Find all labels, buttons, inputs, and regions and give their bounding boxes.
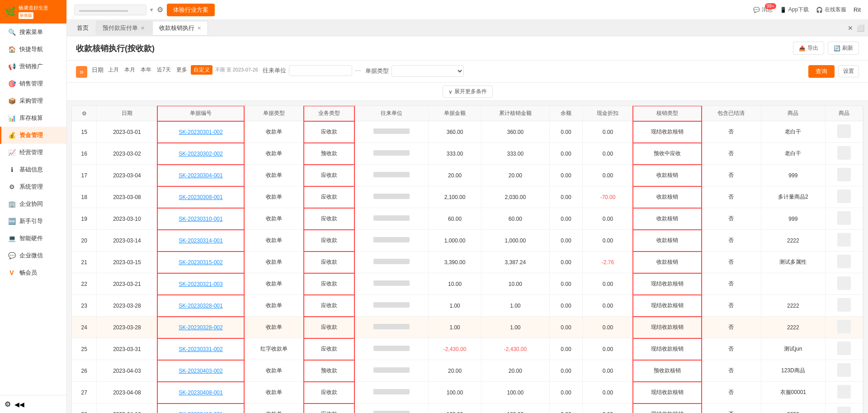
doctype-filter-group: 单据类型 bbox=[365, 65, 464, 77]
headset-icon: 🎧 bbox=[816, 7, 823, 13]
column-settings-icon[interactable]: ⚙ bbox=[82, 110, 87, 117]
topbar-dropdown-icon[interactable]: ▾ bbox=[150, 6, 153, 13]
doc-no-link[interactable]: SK-20230308-001 bbox=[179, 194, 222, 200]
doc-no-link[interactable]: SK-20230314-001 bbox=[179, 237, 222, 244]
th-included[interactable]: 包含已结清 bbox=[702, 106, 761, 121]
cell-goods1: 2222 bbox=[761, 230, 825, 252]
date-filter-group: 日期 上月 本月 本年 近7天 更多 自定义 不限 至 2023-07-26 bbox=[92, 65, 258, 75]
table-row: 17 2023-03-04 SK-20230304-001 收款单 应收款 20… bbox=[72, 165, 863, 186]
cell-doc-type: 收款单 bbox=[244, 252, 304, 273]
table-body: 15 2023-03-01 SK-20230301-002 收款单 应收款 36… bbox=[72, 121, 863, 413]
th-accum[interactable]: 累计核销金额 bbox=[481, 106, 549, 121]
this-month-btn[interactable]: 本月 bbox=[123, 65, 137, 75]
doc-no-link[interactable]: SK-20230403-002 bbox=[179, 368, 222, 374]
message-area[interactable]: 💬 消息 99+ bbox=[753, 6, 773, 14]
home-icon: 🏠 bbox=[8, 46, 16, 53]
doctype-select[interactable] bbox=[392, 65, 464, 77]
cell-partner bbox=[354, 317, 429, 338]
tab-prepay[interactable]: 预付款应付单 ✕ bbox=[96, 21, 151, 35]
th-balance[interactable]: 余额 bbox=[549, 106, 582, 121]
sidebar-item-search[interactable]: 🔍 搜索菜单 bbox=[0, 24, 66, 41]
close-tab-button[interactable]: ✕ bbox=[848, 24, 853, 32]
settings-small-button[interactable]: 设置 bbox=[838, 65, 859, 77]
expand-more-button[interactable]: ∨ 展开更多条件 bbox=[443, 85, 493, 98]
partner-input[interactable] bbox=[289, 65, 352, 76]
doctype-filter-label: 单据类型 bbox=[365, 67, 389, 75]
cell-included: 否 bbox=[702, 317, 761, 338]
sidebar-item-quicknav[interactable]: 🏠 快捷导航 bbox=[0, 41, 66, 58]
th-doc-no[interactable]: 单据编号 bbox=[157, 106, 244, 121]
sidebar-item-operations[interactable]: 📈 经营管理 bbox=[0, 144, 66, 161]
tab-home[interactable]: 首页 bbox=[71, 21, 95, 35]
th-cash-disc[interactable]: 现金折扣 bbox=[582, 106, 633, 121]
custom-date-btn[interactable]: 自定义 bbox=[191, 65, 212, 75]
sidebar-item-sales[interactable]: 🎯 销售管理 bbox=[0, 75, 66, 92]
sidebar-item-guide[interactable]: 🆕 新手引导 bbox=[0, 213, 66, 230]
cell-amount: 360.00 bbox=[429, 121, 481, 143]
th-amount[interactable]: 单据金额 bbox=[429, 106, 481, 121]
cell-partner bbox=[354, 143, 429, 165]
sidebar-item-inventory[interactable]: 📊 库存核算 bbox=[0, 109, 66, 127]
export-button[interactable]: 📤 导出 bbox=[793, 42, 824, 55]
th-partner[interactable]: 往来单位 bbox=[354, 106, 429, 121]
filter-expand-button[interactable]: » bbox=[76, 66, 87, 78]
expand-tab-button[interactable]: ⬜ bbox=[857, 24, 864, 32]
cell-date: 2023-03-14 bbox=[97, 230, 157, 252]
doc-no-link[interactable]: SK-20230331-002 bbox=[179, 346, 222, 352]
doc-no-link[interactable]: SK-20230304-001 bbox=[179, 172, 222, 179]
sidebar-item-marketing[interactable]: 📢 营销推广 bbox=[0, 58, 66, 75]
more-date-btn[interactable]: 更多 bbox=[175, 65, 189, 75]
sidebar-item-purchase[interactable]: 📦 采购管理 bbox=[0, 92, 66, 109]
doc-no-link[interactable]: SK-20230301-002 bbox=[179, 129, 222, 135]
online-service-area[interactable]: 🎧 在线客服 bbox=[816, 6, 846, 14]
doc-no-link[interactable]: SK-20230310-001 bbox=[179, 216, 222, 222]
cell-verify-type: 现结收款核销 bbox=[633, 338, 701, 360]
sidebar-item-wechat[interactable]: 💬 企业微信 bbox=[0, 247, 66, 264]
topbar-settings-icon[interactable]: ⚙ bbox=[157, 5, 163, 14]
doc-no-link[interactable]: SK-20230321-003 bbox=[179, 281, 222, 287]
th-goods1[interactable]: 商品 bbox=[761, 106, 825, 121]
sidebar-item-basic[interactable]: ℹ 基础信息 bbox=[0, 161, 66, 178]
solution-button[interactable]: 体验行业方案 bbox=[167, 4, 215, 16]
doc-no-link[interactable]: SK-20230418-001 bbox=[179, 411, 222, 413]
sidebar-item-label: 经营管理 bbox=[19, 148, 43, 157]
tab-verify-close[interactable]: ✕ bbox=[197, 25, 201, 31]
th-biz-type[interactable]: 业务类型 bbox=[304, 106, 354, 121]
cell-amount: 10.00 bbox=[429, 273, 481, 295]
th-verify-type[interactable]: 核销类型 bbox=[633, 106, 701, 121]
th-settings[interactable]: ⚙ bbox=[72, 106, 97, 121]
sidebar-item-member[interactable]: V 畅会员 bbox=[0, 264, 66, 281]
sidebar-item-finance[interactable]: 💰 资金管理 bbox=[0, 127, 66, 144]
sidebar-item-corp[interactable]: 🏢 企业协同 bbox=[0, 195, 66, 213]
th-doc-type[interactable]: 单据类型 bbox=[244, 106, 304, 121]
cell-date: 2023-04-18 bbox=[97, 404, 157, 413]
cell-cash-disc: 0.00 bbox=[582, 121, 633, 143]
sidebar-item-hardware[interactable]: 💻 智能硬件 bbox=[0, 230, 66, 247]
sidebar-item-label: 营销推广 bbox=[19, 62, 43, 71]
table-scroll[interactable]: ⚙ 日期 单据编号 单据类型 业务类型 往来单位 单据金额 累计核销金额 余额 … bbox=[72, 106, 863, 413]
doc-no-link[interactable]: SK-20230328-001 bbox=[179, 303, 222, 309]
doc-no-link[interactable]: SK-20230315-002 bbox=[179, 259, 222, 266]
refresh-button[interactable]: 🔄 刷新 bbox=[828, 42, 859, 55]
th-date[interactable]: 日期 bbox=[97, 106, 157, 121]
cell-doc-type: 收款单 bbox=[244, 317, 304, 338]
doc-no-link[interactable]: SK-20230408-001 bbox=[179, 389, 222, 396]
tab-prepay-close[interactable]: ✕ bbox=[141, 25, 145, 31]
doc-no-link[interactable]: SK-20230328-002 bbox=[179, 324, 222, 331]
collapse-icon[interactable]: ◀◀ bbox=[14, 401, 24, 408]
settings-gear-icon[interactable]: ⚙ bbox=[5, 400, 11, 408]
doc-no-link[interactable]: SK-20230302-002 bbox=[179, 151, 222, 157]
th-goods2[interactable]: 商品 bbox=[826, 106, 863, 121]
this-year-btn[interactable]: 本年 bbox=[139, 65, 153, 75]
sidebar: 🌿 畅康道好生意 标推版 🔍 搜索菜单 🏠 快捷导航 📢 营销推广 🎯 销售管理… bbox=[0, 0, 67, 413]
cell-biz-type: 预收款 bbox=[304, 360, 354, 382]
app-download-area[interactable]: 📱 App下载 bbox=[780, 6, 809, 14]
cell-goods1: 999 bbox=[761, 208, 825, 230]
cell-goods1: 2222 bbox=[761, 317, 825, 338]
last-7days-btn[interactable]: 近7天 bbox=[155, 65, 173, 75]
sidebar-item-system[interactable]: ⚙ 系统管理 bbox=[0, 178, 66, 195]
tab-verify[interactable]: 收款核销执行 ✕ bbox=[152, 21, 208, 35]
last-month-btn[interactable]: 上月 bbox=[106, 65, 121, 75]
user-area[interactable]: Rit bbox=[854, 6, 861, 13]
query-button[interactable]: 查询 bbox=[808, 65, 835, 78]
